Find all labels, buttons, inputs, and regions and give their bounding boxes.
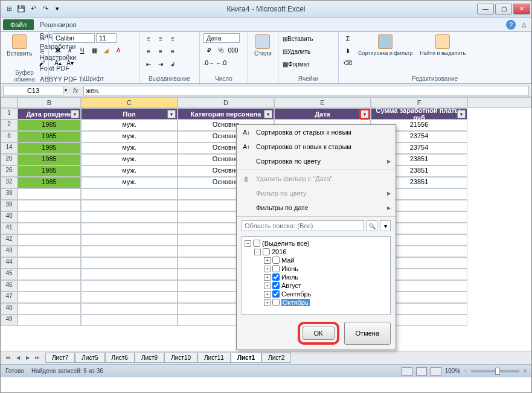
ok-button[interactable]: ОК	[303, 327, 335, 340]
align-center-icon[interactable]: ≡	[155, 46, 166, 57]
undo-icon[interactable]: ↶	[28, 4, 38, 14]
cell[interactable]: муж.	[81, 154, 178, 165]
cell[interactable]	[18, 234, 81, 246]
sheet-next-icon[interactable]: ▶	[24, 354, 32, 362]
tree-month[interactable]: +Октябрь	[245, 298, 388, 307]
month-checkbox[interactable]	[272, 257, 280, 264]
align-left-icon[interactable]: ≡	[143, 46, 154, 57]
name-box[interactable]: C13	[3, 86, 63, 95]
sort-oldest-newest[interactable]: A↓ Сортировка от старых к новым	[237, 125, 396, 139]
minimize-button[interactable]: —	[477, 4, 494, 14]
row-header[interactable]: 8	[1, 131, 18, 142]
cell[interactable]	[81, 246, 178, 257]
underline-icon[interactable]: Ч	[77, 45, 88, 56]
filter-button[interactable]: ▾	[71, 110, 79, 118]
zoom-out-icon[interactable]: −	[464, 368, 467, 374]
cell[interactable]: муж.	[81, 165, 178, 177]
align-middle-icon[interactable]: ≡	[155, 33, 166, 44]
cell[interactable]	[18, 315, 81, 326]
bold-icon[interactable]: Ж	[53, 45, 63, 56]
tree-month[interactable]: +Июнь	[245, 264, 388, 273]
sheet-tab[interactable]: Лист5	[75, 353, 104, 363]
maximize-button[interactable]: ▢	[495, 4, 512, 14]
tree-month[interactable]: +Сентябрь	[245, 290, 388, 298]
search-dropdown-icon[interactable]: ▾	[380, 220, 391, 231]
decrease-decimal-icon[interactable]: ←.0	[216, 57, 226, 68]
zoom-slider[interactable]	[471, 370, 519, 372]
cell[interactable]	[81, 280, 178, 292]
cut-icon[interactable]: ✂	[37, 33, 48, 44]
cell[interactable]: 1985	[18, 154, 81, 165]
month-checkbox[interactable]	[272, 282, 280, 289]
formula-input[interactable]: жен.	[83, 86, 529, 95]
cell[interactable]: 1985	[18, 131, 81, 142]
expand-icon[interactable]: +	[264, 299, 271, 306]
row-header[interactable]: 32	[1, 177, 18, 188]
filter-button[interactable]: ▾	[264, 110, 272, 118]
cell[interactable]	[18, 200, 81, 211]
date-filters[interactable]: Фильтры по дате ▶	[237, 200, 396, 215]
cell[interactable]	[81, 223, 178, 234]
cell[interactable]: муж.	[81, 142, 178, 154]
filter-button[interactable]: ▾	[457, 110, 466, 118]
tree-year[interactable]: − 2016	[245, 248, 388, 256]
cell[interactable]	[81, 315, 178, 326]
fx-icon[interactable]: fx	[68, 87, 83, 94]
tree-month[interactable]: +Май	[245, 256, 388, 264]
fill-color-icon[interactable]: ◢	[101, 45, 112, 56]
collapse-icon[interactable]: −	[254, 249, 261, 255]
filter-search-input[interactable]	[242, 220, 364, 231]
expand-icon[interactable]: +	[264, 274, 271, 281]
cell[interactable]	[81, 234, 178, 246]
column-header[interactable]: E	[274, 97, 371, 108]
row-header[interactable]: 46	[1, 280, 18, 292]
row-header[interactable]: 40	[1, 211, 18, 223]
month-checkbox[interactable]	[272, 273, 280, 281]
expand-icon[interactable]: +	[264, 266, 271, 272]
row-header[interactable]: 1	[1, 108, 18, 120]
increase-indent-icon[interactable]: ⇥	[155, 59, 166, 69]
format-cells-button[interactable]: ▦ Формат	[282, 59, 310, 69]
cell[interactable]	[81, 257, 178, 269]
cell[interactable]	[18, 303, 81, 315]
decrease-indent-icon[interactable]: ⇤	[143, 59, 154, 69]
sheet-last-icon[interactable]: ⏭	[33, 354, 42, 362]
border-icon[interactable]: ▦	[89, 45, 100, 56]
namebox-dropdown-icon[interactable]: ▾	[63, 88, 68, 93]
insert-cells-button[interactable]: ⊞ Вставить	[282, 33, 313, 44]
font-name-select[interactable]: Calibri	[53, 33, 95, 43]
cell[interactable]: 1985	[18, 177, 81, 188]
row-header[interactable]: 47	[1, 292, 18, 303]
sheet-tab[interactable]: Лист11	[197, 353, 231, 363]
expand-icon[interactable]: +	[264, 257, 271, 264]
styles-button[interactable]: Стили	[252, 33, 274, 58]
minimize-ribbon-icon[interactable]: △	[522, 21, 527, 28]
file-tab[interactable]: Файл	[3, 19, 34, 30]
cell[interactable]: муж.	[81, 131, 178, 142]
row-header[interactable]: 42	[1, 234, 18, 246]
copy-icon[interactable]: ⎘	[37, 45, 48, 56]
cell[interactable]	[81, 292, 178, 303]
row-header[interactable]: 43	[1, 246, 18, 257]
tree-month[interactable]: +Август	[245, 281, 388, 290]
sheet-first-icon[interactable]: ⏮	[4, 354, 13, 362]
cell[interactable]	[81, 211, 178, 223]
page-layout-view-icon[interactable]	[416, 367, 427, 375]
row-header[interactable]: 14	[1, 142, 18, 154]
delete-cells-button[interactable]: ⊟ Удалить	[282, 46, 311, 57]
row-header[interactable]: 48	[1, 303, 18, 315]
sheet-tab[interactable]: Лист1	[231, 353, 261, 363]
paste-button[interactable]: Вставить	[4, 33, 34, 58]
filter-button[interactable]: ▾	[167, 110, 176, 118]
page-break-view-icon[interactable]	[431, 367, 441, 375]
cell[interactable]: муж.	[81, 177, 178, 188]
align-top-icon[interactable]: ≡	[143, 33, 154, 44]
format-painter-icon[interactable]: 🖌	[37, 57, 48, 68]
sheet-tab[interactable]: Лист9	[135, 353, 164, 363]
tree-select-all[interactable]: − (Выделить все)	[245, 239, 388, 248]
sheet-prev-icon[interactable]: ◀	[14, 354, 22, 362]
sort-newest-oldest[interactable]: A↑ Сортировка от новых к старым	[237, 139, 396, 154]
save-icon[interactable]: 💾	[16, 4, 26, 14]
search-icon[interactable]: 🔍	[367, 220, 377, 231]
row-header[interactable]: 45	[1, 269, 18, 280]
